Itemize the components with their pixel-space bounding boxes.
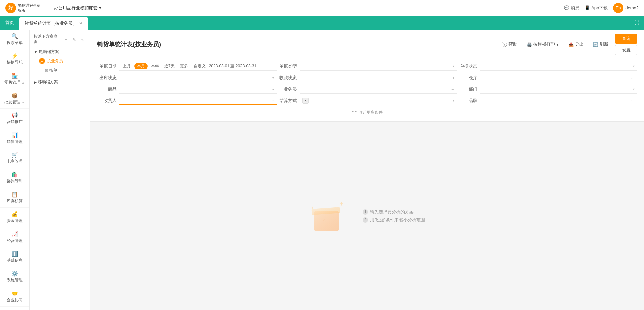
sidebar-label-inventory: 库存核算: [7, 199, 23, 203]
doctype-caret-icon: ▾: [453, 64, 454, 68]
sidebar-item-sales[interactable]: 📊 销售管理: [0, 128, 29, 148]
sidebar-item-marketing[interactable]: 📢 营销推广: [0, 109, 29, 128]
dept-label: 部门: [457, 86, 480, 92]
date-tab-custom[interactable]: 自定义: [192, 63, 208, 69]
empty-hint-1: 1 请先选择要分析的方案: [363, 209, 414, 215]
collapse-label: 收起更多条件: [359, 110, 383, 115]
date-control[interactable]: 上月 本月 本年 近7天 更多 自定义 2023-03-01 至 2023-03…: [119, 62, 277, 71]
sidebar-item-system[interactable]: ⚙️ 系统管理: [0, 267, 29, 287]
receiver-control[interactable]: ···: [119, 96, 277, 105]
add-scheme-btn[interactable]: ＋: [63, 36, 69, 43]
sidebar-item-collab[interactable]: 🤝 企业协同: [0, 287, 29, 307]
window-minimize-btn[interactable]: —: [624, 19, 631, 26]
date-tab-7days[interactable]: 近7天: [162, 63, 177, 69]
date-tab-lastmonth[interactable]: 上月: [121, 63, 133, 69]
tab-sales-label: 销货单统计表（按业务员）: [25, 20, 77, 27]
sidebar-item-ecom[interactable]: 🛒 电商管理: [0, 148, 29, 168]
ecom-icon: 🛒: [1, 152, 28, 158]
sidebar-item-newguide[interactable]: 🎯 新手引导: [0, 307, 29, 310]
sidebar-item-purchase[interactable]: 🛍️ 采购管理: [0, 168, 29, 188]
query-btn-group: 查询 设置: [615, 34, 637, 55]
filter-area: 单据日期 上月 本月 本年 近7天 更多 自定义 2023-03-01 至 20…: [90, 58, 644, 122]
collectstatus-control[interactable]: ▾: [300, 73, 457, 82]
sidebar-item-wholesale[interactable]: 📦 批发管理 ▲: [0, 89, 29, 109]
svg-text:✦: ✦: [339, 201, 344, 207]
edit-icon: ✎: [72, 37, 76, 42]
right-content: 销货单统计表(按业务员) ? 帮助 🖨️ 按模板打印 ▾ 📤 导出: [90, 30, 644, 310]
payment-control[interactable]: × ▾: [300, 96, 457, 105]
sidebar-item-finance[interactable]: 💰 资金管理: [0, 208, 29, 227]
tab-home[interactable]: 首页: [0, 16, 19, 30]
export-icon: 📤: [568, 42, 574, 47]
sidebar-item-basicinfo[interactable]: ℹ️ 基础信息: [0, 247, 29, 267]
scheme-item-salesperson[interactable]: 人 按业务员: [30, 56, 90, 66]
avatar-initials: Ea: [616, 6, 621, 10]
scheme-group-mobile-title[interactable]: ▶ 移动端方案: [30, 78, 90, 86]
collapse-panel-btn[interactable]: «: [79, 36, 86, 43]
retail-arrow-icon: ▲: [21, 81, 25, 84]
sidebar-item-operations[interactable]: 📈 经营管理: [0, 227, 29, 247]
product-label: 商品: [97, 86, 119, 92]
export-label: 导出: [575, 41, 584, 47]
sidebar-label-search: 搜索菜单: [7, 40, 23, 45]
svg-text:↑: ↑: [322, 217, 326, 225]
operations-icon: 📈: [1, 231, 28, 237]
marketing-icon: 📢: [1, 112, 28, 118]
payment-filter-cell: 结算方式 × ▾: [277, 96, 457, 105]
sidebar-label-sales: 销售管理: [7, 139, 23, 144]
sidebar-item-search[interactable]: 🔍 搜索菜单: [0, 30, 29, 49]
edit-scheme-btn[interactable]: ✎: [71, 36, 77, 43]
sidebar-item-inventory[interactable]: 📋 库存核算: [0, 188, 29, 208]
chevron-down-icon: ▾: [99, 5, 101, 10]
scheme-item-order[interactable]: ⊞ 按单: [30, 66, 90, 75]
tab-close-icon[interactable]: ✕: [79, 21, 83, 26]
salesperson-control[interactable]: ···: [300, 85, 457, 94]
payment-tag[interactable]: ×: [302, 98, 309, 104]
date-label: 单据日期: [97, 63, 119, 69]
product-control[interactable]: ···: [119, 85, 277, 94]
print-arrow-icon: ▾: [556, 42, 559, 47]
sidebar-label-system: 系统管理: [7, 278, 23, 282]
brand-control[interactable]: ···: [480, 96, 637, 105]
plus-icon: ＋: [64, 36, 68, 42]
sidebar-label-purchase: 采购管理: [7, 179, 23, 184]
filter-row-3: 商品 ··· 业务员 ··· 部门: [97, 85, 637, 94]
date-tab-more[interactable]: 更多: [178, 63, 190, 69]
export-btn[interactable]: 📤 导出: [566, 40, 586, 49]
date-tab-thismonth[interactable]: 本月: [134, 63, 148, 69]
receiver-filter-cell: 收货人 ···: [97, 96, 277, 105]
user-area[interactable]: Ea demo2: [613, 3, 639, 13]
app-download-btn[interactable]: 📱 App下载: [585, 5, 608, 11]
collab-icon: 🤝: [1, 290, 28, 297]
refresh-btn[interactable]: 🔄 刷新: [590, 40, 611, 49]
window-expand-btn[interactable]: ⛶: [633, 19, 640, 26]
message-btn[interactable]: 💬 消息: [564, 5, 579, 11]
tab-sales-report[interactable]: 销货单统计表（按业务员） ✕: [19, 17, 88, 30]
dept-control[interactable]: ▾: [480, 85, 637, 94]
scheme-group-pc-title[interactable]: ▼ 电脑端方案: [30, 48, 90, 56]
print-btn[interactable]: 🖨️ 按模板打印 ▾: [524, 40, 561, 49]
account-name: 办公用品行业模拟账套: [54, 5, 98, 11]
sidebar-label-operations: 经营管理: [7, 238, 23, 243]
help-btn[interactable]: ? 帮助: [499, 40, 520, 49]
sidebar-label-collab: 企业协同: [7, 298, 23, 302]
docstatus-control[interactable]: ▾: [480, 62, 637, 71]
sidebar-item-retail[interactable]: 🏪 零售管理 ▲: [0, 69, 29, 89]
docstatus-filter-cell: 单据状态 ▾: [457, 62, 637, 71]
doctype-control[interactable]: ▾: [300, 62, 457, 71]
warehouse-control[interactable]: ···: [480, 73, 637, 82]
scheme-person-icon: 人: [39, 58, 45, 64]
settings-button[interactable]: 设置: [615, 45, 637, 55]
help-icon: ?: [502, 42, 507, 47]
help-label: 帮助: [508, 41, 517, 47]
empty-hints: 1 请先选择要分析的方案 2 用[过滤]条件来缩小分析范围: [363, 209, 425, 223]
sidebar-item-quicknav[interactable]: ⚡ 快捷导航: [0, 49, 29, 69]
header-left: 好 畅捷通好生意 标版 办公用品行业模拟账套 ▾: [5, 3, 104, 13]
outstatus-control[interactable]: ▾: [119, 73, 277, 82]
collapse-bar[interactable]: ⌃⌃ 收起更多条件: [97, 108, 637, 117]
account-selector[interactable]: 办公用品行业模拟账套 ▾: [51, 4, 104, 12]
page-title: 销货单统计表(按业务员): [97, 40, 161, 48]
sidebar-label-basicinfo: 基础信息: [7, 258, 23, 263]
query-button[interactable]: 查询: [615, 34, 637, 44]
date-tab-thisyear[interactable]: 本年: [149, 63, 161, 69]
